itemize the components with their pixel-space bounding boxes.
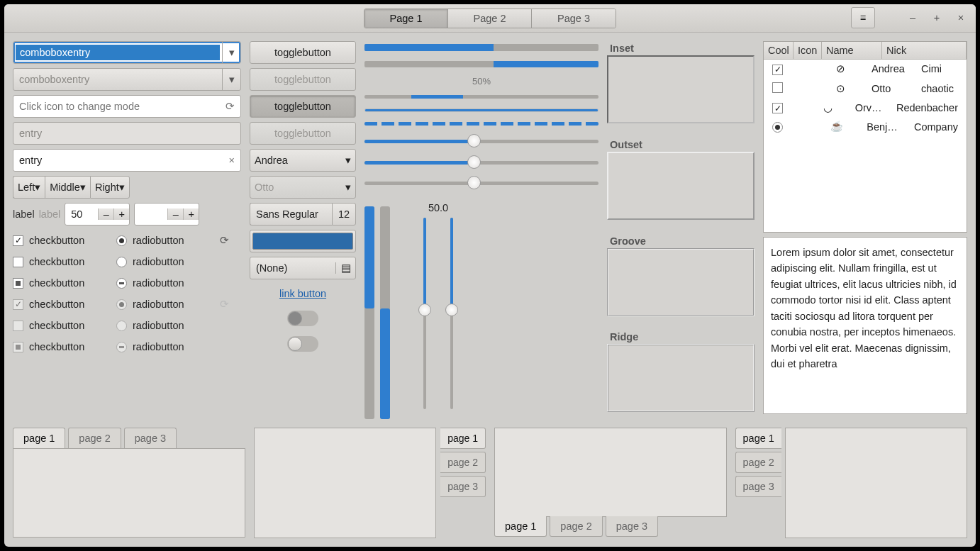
comboboxentry-text[interactable]: comboboxentry xyxy=(16,45,220,60)
color-button[interactable] xyxy=(250,230,356,252)
vscale-row: 50.0 xyxy=(364,202,598,422)
hscale[interactable] xyxy=(364,133,598,149)
row-check[interactable] xyxy=(772,82,783,93)
nb-tab[interactable]: page 1 xyxy=(13,428,65,448)
radiobutton-mixed[interactable] xyxy=(116,278,127,289)
top-area: comboboxentry ▾ comboboxentry ▾ ⟳ entry … xyxy=(13,41,967,422)
col-icon[interactable]: Icon xyxy=(794,42,822,59)
menu-button[interactable]: ≡ xyxy=(851,7,875,28)
togglebutton-active[interactable]: togglebutton xyxy=(250,95,356,118)
row-radio[interactable] xyxy=(772,122,783,133)
header-tab-page1[interactable]: Page 1 xyxy=(364,9,448,28)
nb-tab[interactable]: page 3 xyxy=(606,516,658,537)
font-button[interactable]: Sans Regular 12 xyxy=(250,203,356,226)
row-check[interactable] xyxy=(772,103,783,113)
row-name: Otto xyxy=(867,83,913,94)
hamburger-icon: ≡ xyxy=(860,12,866,23)
radiobutton[interactable] xyxy=(116,235,127,246)
radio-label: radiobutton xyxy=(133,277,184,289)
chevron-down-icon[interactable]: ▾ xyxy=(222,42,240,63)
link-button[interactable]: link button xyxy=(250,284,356,304)
column-scales: 50% 50.0 xyxy=(364,41,598,422)
checkbutton-mixed[interactable] xyxy=(13,278,23,289)
switch-off[interactable] xyxy=(287,336,318,352)
notebook-right: page 1 page 2 page 3 xyxy=(254,428,486,541)
comboboxentry-text: comboboxentry xyxy=(13,74,222,85)
table-row[interactable]: ⊘ Andrea Cimi xyxy=(764,60,967,79)
treeview[interactable]: Cool Icon Name Nick ⊘ Andrea Cimi ⊙ xyxy=(763,41,967,233)
radiobutton-disabled xyxy=(116,299,127,310)
maximize-button[interactable]: + xyxy=(925,7,949,28)
chevron-down-icon: ▾ xyxy=(119,182,125,193)
entry-disabled: entry xyxy=(13,122,241,145)
progressbar xyxy=(364,61,598,68)
row-icon: ⊙ xyxy=(818,83,863,94)
togglebutton[interactable]: togglebutton xyxy=(250,41,356,64)
minimize-button[interactable]: – xyxy=(901,7,925,28)
radiobutton[interactable] xyxy=(116,257,127,267)
table-row[interactable]: ⊙ Otto chaotic xyxy=(764,79,967,99)
checkbutton-disabled xyxy=(13,321,23,331)
hscale-marks[interactable] xyxy=(364,174,598,198)
spin-minus[interactable]: – xyxy=(98,208,113,220)
font-name[interactable]: Sans Regular xyxy=(250,203,332,226)
spin-value[interactable]: 50 xyxy=(65,208,98,220)
nb-tab[interactable]: page 1 xyxy=(440,428,486,449)
row-icon: ⊘ xyxy=(818,63,863,74)
col-cool[interactable]: Cool xyxy=(764,42,794,59)
nb-tab[interactable]: page 2 xyxy=(735,452,781,473)
clear-icon[interactable]: × xyxy=(229,155,235,166)
font-size[interactable]: 12 xyxy=(332,203,356,226)
nb-tab[interactable]: page 3 xyxy=(735,476,781,497)
nb-body xyxy=(785,428,968,538)
header-tab-page2[interactable]: Page 2 xyxy=(448,9,532,28)
row-check[interactable] xyxy=(772,65,783,75)
close-button[interactable]: × xyxy=(949,7,973,28)
nb-tab[interactable]: page 1 xyxy=(494,516,547,537)
radio-label: radiobutton xyxy=(133,320,184,331)
vscale-group: 50.0 xyxy=(411,202,465,409)
checkbutton[interactable] xyxy=(13,257,23,267)
chevron-down-icon: ▾ xyxy=(345,182,351,193)
table-row[interactable]: ◡ Orville Redenbacher xyxy=(764,99,967,118)
nb-tab[interactable]: page 3 xyxy=(124,428,177,448)
file-chooser[interactable]: (None) ▤ xyxy=(250,257,356,279)
col-name[interactable]: Name xyxy=(822,42,882,59)
progress-text: 50% xyxy=(364,76,598,87)
comboboxentry[interactable]: comboboxentry ▾ xyxy=(13,41,241,64)
dropdown-andrea[interactable]: Andrea▾ xyxy=(250,149,356,172)
header-tab-page3[interactable]: Page 3 xyxy=(532,9,616,28)
table-row[interactable]: ☕ Benja… Company xyxy=(764,117,967,136)
spin-button[interactable]: 50 – + xyxy=(65,203,130,226)
label-disabled: label xyxy=(39,204,61,224)
nb-tab[interactable]: page 1 xyxy=(735,428,781,449)
entry-clearable-input[interactable] xyxy=(19,155,229,166)
nb-tab[interactable]: page 2 xyxy=(440,452,486,473)
vscale[interactable] xyxy=(421,218,428,409)
segment-label: Middle xyxy=(50,182,80,193)
row-nick: Redenbacher xyxy=(892,102,962,113)
chevron-down-icon: ▾ xyxy=(345,155,351,166)
nb-tab[interactable]: page 3 xyxy=(440,476,486,497)
vscale[interactable] xyxy=(448,218,455,409)
nb-tab[interactable]: page 2 xyxy=(68,428,121,448)
segment-middle[interactable]: Middle▾ xyxy=(45,176,90,199)
entry-clearable[interactable]: × xyxy=(13,149,241,172)
spin-plus[interactable]: + xyxy=(113,208,129,220)
segment-label: Left xyxy=(18,182,35,193)
row-icon: ◡ xyxy=(809,102,846,113)
textview[interactable]: Lorem ipsum dolor sit amet, consectetur … xyxy=(763,237,967,414)
row-nick: Cimi xyxy=(917,63,962,74)
col-nick[interactable]: Nick xyxy=(882,42,967,59)
window: Page 1 Page 2 Page 3 ≡ – + × comboboxent… xyxy=(4,4,976,547)
hscale[interactable] xyxy=(364,154,598,170)
checkbutton[interactable] xyxy=(13,235,23,246)
entry-mode-input[interactable] xyxy=(19,101,225,112)
segment-left[interactable]: Left▾ xyxy=(13,176,45,199)
switch-on[interactable] xyxy=(287,311,318,326)
row-icon: ☕ xyxy=(815,121,859,133)
refresh-icon[interactable]: ⟳ xyxy=(225,101,235,112)
nb-tab[interactable]: page 2 xyxy=(550,516,602,537)
entry-mode[interactable]: ⟳ xyxy=(13,95,241,118)
segment-right[interactable]: Right▾ xyxy=(90,176,130,199)
